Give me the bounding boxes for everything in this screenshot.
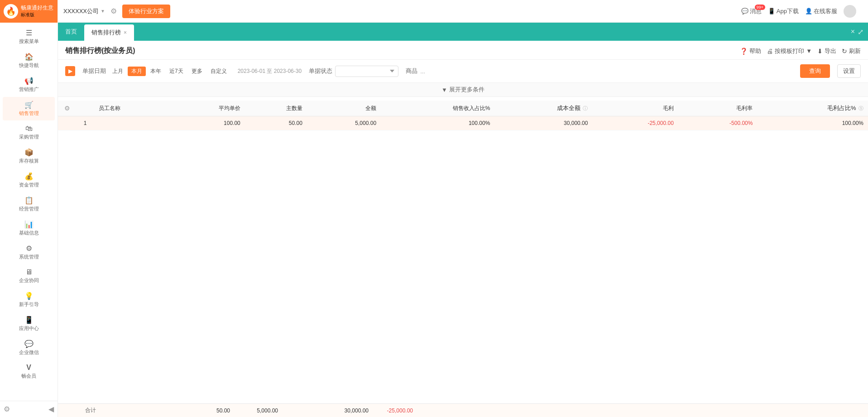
sidebar-item-basicinfo[interactable]: 📊 基础信息	[3, 216, 55, 240]
expand-more-icon: ▼	[441, 86, 447, 93]
print-icon: 🖨	[767, 48, 773, 55]
cost-info-icon[interactable]: ⓘ	[583, 105, 588, 111]
sidebar: 🔥 畅康通好生意 标准版 ☰ 搜索菜单 🏠 快捷导航 📢 营销推广 🛒 销售管理…	[0, 0, 58, 417]
row-amount: 5,000.00	[307, 116, 381, 130]
app-download-btn[interactable]: 📱 App下载	[768, 7, 799, 15]
print-btn[interactable]: 🖨 按模板打印 ▼	[767, 47, 812, 55]
date-custom-btn[interactable]: 自定义	[207, 67, 230, 76]
sidebar-label-inventory: 库存核算	[19, 158, 39, 164]
table-gear-icon[interactable]: ⚙	[64, 105, 70, 112]
message-btn[interactable]: 💬 消息 99+	[741, 7, 762, 15]
message-icon: 💬	[741, 8, 748, 14]
refresh-label: 刷新	[849, 47, 861, 55]
sidebar-label-quicknav: 快捷导航	[19, 62, 39, 69]
user-avatar[interactable]	[844, 5, 856, 18]
sidebar-label-system: 系统管理	[19, 254, 39, 260]
sidebar-label-appcenter: 应用中心	[19, 325, 39, 332]
sidebar-item-weixin[interactable]: 💬 企业微信	[3, 336, 55, 359]
tab-active-label: 销售排行榜	[91, 29, 121, 37]
company-name: XXXXXX公司	[63, 7, 99, 15]
th-gross-pct: 毛利占比% ⓢ	[757, 101, 868, 116]
th-gross-rate: 毛利率	[678, 101, 758, 116]
help-btn[interactable]: ❓ 帮助	[740, 47, 761, 55]
sidebar-item-operation[interactable]: 📋 经营管理	[3, 192, 55, 216]
basicinfo-icon: 📊	[24, 220, 34, 229]
table-header-row: ⚙ 员工名称 平均单价 主数量 全额 销售收入占比% 成本全额 ⓘ	[58, 101, 868, 116]
th-sales-pct: 销售收入占比%	[381, 101, 494, 116]
refresh-icon: ↻	[842, 48, 847, 55]
trial-btn[interactable]: 体验行业方案	[122, 5, 170, 18]
tab-home-label: 首页	[65, 28, 77, 36]
goods-more[interactable]: ...	[420, 68, 425, 75]
sidebar-item-marketing[interactable]: 📢 营销推广	[3, 73, 55, 96]
appcenter-icon: 📱	[24, 316, 34, 324]
date-7days-btn[interactable]: 近7天	[166, 67, 187, 76]
footer-amount: 5,000.00	[237, 407, 278, 414]
query-btn[interactable]: 查询	[800, 64, 830, 78]
logo-text: 畅康通好生意 标准版	[21, 5, 53, 18]
marketing-icon: 📢	[24, 77, 34, 85]
page-content: 销售排行榜(按业务员) ❓ 帮助 🖨 按模板打印 ▼ ⬇ 导出	[58, 41, 868, 417]
filter-settings-btn[interactable]: 设置	[837, 64, 861, 78]
row-gross: -25,000.00	[592, 116, 678, 130]
enterprise-icon: 🖥	[25, 268, 33, 276]
date-options: 上月 本月 本年 近7天 更多 自定义	[109, 67, 230, 76]
sidebar-collapse-btn[interactable]: ◀	[48, 405, 54, 413]
th-settings[interactable]: ⚙	[58, 101, 76, 116]
help-label: 帮助	[749, 47, 761, 55]
date-this-year-btn[interactable]: 本年	[147, 67, 165, 76]
sidebar-item-finance[interactable]: 💰 资金管理	[3, 168, 55, 192]
sidebar-label-marketing: 营销推广	[19, 86, 39, 93]
date-last-month-btn[interactable]: 上月	[109, 67, 127, 76]
tab-sales-ranking[interactable]: 销售排行榜 ×	[84, 24, 134, 41]
sidebar-item-search[interactable]: ☰ 搜索菜单	[3, 25, 55, 48]
tabbar-spacer	[134, 23, 846, 41]
refresh-btn[interactable]: ↻ 刷新	[842, 47, 861, 55]
filter-expand-btn[interactable]: ▶	[65, 66, 75, 76]
sidebar-item-quicknav[interactable]: 🏠 快捷导航	[3, 49, 55, 72]
row-rank: 1	[76, 116, 94, 130]
sidebar-item-appcenter[interactable]: 📱 应用中心	[3, 312, 55, 336]
sidebar-item-purchase[interactable]: 🛍 采购管理	[3, 121, 55, 144]
row-gross-pct: 100.00%	[757, 116, 868, 130]
sidebar-item-system[interactable]: ⚙ 系统管理	[3, 240, 55, 264]
tab-close-icon[interactable]: ×	[124, 30, 127, 35]
date-more-btn[interactable]: 更多	[188, 67, 206, 76]
sidebar-label-enterprise: 企业协同	[19, 277, 39, 284]
topbar-gear-icon[interactable]: ⚙	[109, 5, 119, 17]
search-menu-icon: ☰	[26, 29, 32, 37]
weixin-icon: 💬	[24, 340, 34, 348]
table-footer: 合计 50.00 5,000.00 30,000.00 -25,000.00	[58, 403, 868, 417]
sidebar-item-enterprise[interactable]: 🖥 企业协同	[3, 264, 55, 288]
page-inner: 销售排行榜(按业务员) ❓ 帮助 🖨 按模板打印 ▼ ⬇ 导出	[58, 41, 868, 417]
sidebar-item-guide[interactable]: 💡 新手引导	[3, 288, 55, 312]
finance-icon: 💰	[24, 172, 34, 181]
date-this-month-btn[interactable]: 本月	[128, 67, 146, 76]
date-label: 单据日期	[82, 67, 106, 75]
sidebar-item-inventory[interactable]: 📦 库存核算	[3, 144, 55, 168]
tab-home[interactable]: 首页	[58, 23, 84, 41]
company-selector[interactable]: XXXXXX公司 ▼	[63, 7, 105, 15]
th-gross: 毛利	[592, 101, 678, 116]
sales-icon: 🛒	[24, 101, 34, 109]
table-container: ⚙ 员工名称 平均单价 主数量 全额 销售收入占比% 成本全额 ⓘ	[58, 97, 868, 403]
online-service-btn[interactable]: 👤 在线客服	[805, 7, 837, 15]
logo-subtitle: 标准版	[21, 12, 53, 18]
export-btn[interactable]: ⬇ 导出	[817, 47, 836, 55]
sidebar-item-sales[interactable]: 🛒 销售管理	[3, 97, 55, 120]
footer-cost: 30,000.00	[328, 407, 369, 414]
filter-bar: ▶ 单据日期 上月 本月 本年 近7天 更多 自定义 2023-06-01 至 …	[58, 60, 868, 83]
goods-label: 商品	[406, 67, 417, 75]
grosspct-info-icon[interactable]: ⓢ	[858, 105, 863, 111]
guide-icon: 💡	[24, 292, 34, 300]
window-close-btn[interactable]: ×	[851, 28, 855, 36]
sidebar-label-purchase: 采购管理	[19, 134, 39, 140]
sidebar-label-sales: 销售管理	[19, 110, 39, 117]
expand-more-btn[interactable]: ▼ 展开更多条件	[441, 86, 484, 94]
page-header-actions: ❓ 帮助 🖨 按模板打印 ▼ ⬇ 导出 ↻ 刷新	[740, 47, 861, 55]
window-restore-btn[interactable]: ⤢	[858, 28, 863, 36]
sidebar-settings-btn[interactable]: ⚙	[4, 405, 10, 413]
sidebar-item-member[interactable]: V 畅会员	[3, 360, 55, 383]
purchase-icon: 🛍	[25, 125, 33, 133]
status-select[interactable]	[335, 66, 398, 77]
